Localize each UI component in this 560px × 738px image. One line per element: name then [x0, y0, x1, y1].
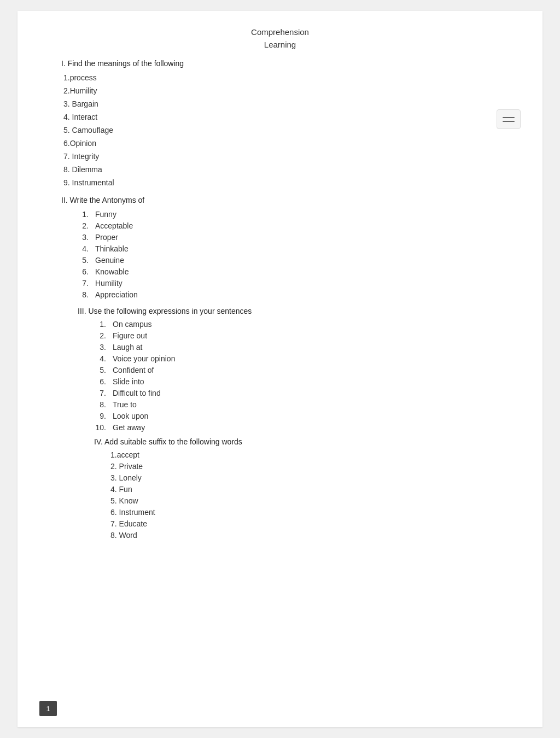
list-item: 5. Know: [110, 496, 499, 505]
list-item: 1.On campus: [94, 320, 499, 329]
page-container: Comprehension Learning I. Find the meani…: [18, 11, 542, 727]
learning-title: Learning: [61, 40, 499, 49]
section1-header: I. Find the meanings of the following: [61, 59, 499, 68]
list-item: 6.Opinion: [61, 139, 499, 148]
section2-header: II. Write the Antonyms of: [61, 196, 499, 204]
list-item: 9.Look upon: [94, 412, 499, 420]
list-item: 5.Confident of: [94, 366, 499, 374]
list-item: 8.Appreciation: [78, 290, 499, 299]
list-item: 5.Genuine: [78, 256, 499, 265]
list-item: 6.Slide into: [94, 377, 499, 386]
list-item: 6.Knowable: [78, 267, 499, 276]
list-item: 8. Word: [110, 531, 499, 540]
list-item: 1.Funny: [78, 210, 499, 219]
section1-list: 1.process 2.Humility 3. Bargain 4. Inter…: [61, 73, 499, 187]
list-item: 6. Instrument: [110, 508, 499, 517]
list-item: 10.Get away: [94, 423, 499, 432]
list-item: 4.Thinkable: [78, 244, 499, 253]
list-item: 2.Humility: [61, 86, 499, 95]
list-item: 7.Humility: [78, 279, 499, 288]
section2-list: 1.Funny 2.Acceptable 3.Proper 4.Thinkabl…: [61, 210, 499, 299]
section3-header: III. Use the following expressions in yo…: [78, 307, 499, 315]
list-item: 4.Voice your opinion: [94, 354, 499, 363]
list-item: 3.Proper: [78, 233, 499, 242]
section-4: IV. Add suitable suffix to the following…: [78, 437, 499, 540]
list-item: 7.Difficult to find: [94, 389, 499, 397]
list-item: 3. Bargain: [61, 99, 499, 108]
list-item: 8.True to: [94, 400, 499, 409]
list-item: 9. Instrumental: [61, 178, 499, 187]
list-item: 4. Interact: [61, 113, 499, 121]
list-item: 3.Laugh at: [94, 343, 499, 352]
list-item: 7. Educate: [110, 519, 499, 528]
section4-list: 1.accept 2. Private 3. Lonely 4. Fun 5. …: [94, 450, 499, 540]
section4-header: IV. Add suitable suffix to the following…: [94, 437, 499, 446]
section-2: II. Write the Antonyms of 1.Funny 2.Acce…: [61, 196, 499, 540]
list-item: 2. Private: [110, 462, 499, 471]
section3-list: 1.On campus 2.Figure out 3.Laugh at 4.Vo…: [78, 320, 499, 432]
list-item: 3. Lonely: [110, 473, 499, 482]
list-item: 2.Figure out: [94, 331, 499, 340]
list-item: 1.accept: [110, 450, 499, 459]
comprehension-title: Comprehension: [61, 27, 499, 37]
list-item: 2.Acceptable: [78, 221, 499, 230]
menu-line-2: [503, 121, 515, 122]
list-item: 1.process: [61, 73, 499, 82]
menu-icon[interactable]: [497, 109, 521, 129]
list-item: 7. Integrity: [61, 152, 499, 161]
menu-line-1: [503, 117, 515, 118]
section-1: I. Find the meanings of the following 1.…: [61, 59, 499, 187]
list-item: 8. Dilemma: [61, 165, 499, 174]
list-item: 5. Camouflage: [61, 126, 499, 134]
page-number: 1: [39, 701, 57, 716]
section-3: III. Use the following expressions in yo…: [61, 307, 499, 540]
list-item: 4. Fun: [110, 485, 499, 494]
